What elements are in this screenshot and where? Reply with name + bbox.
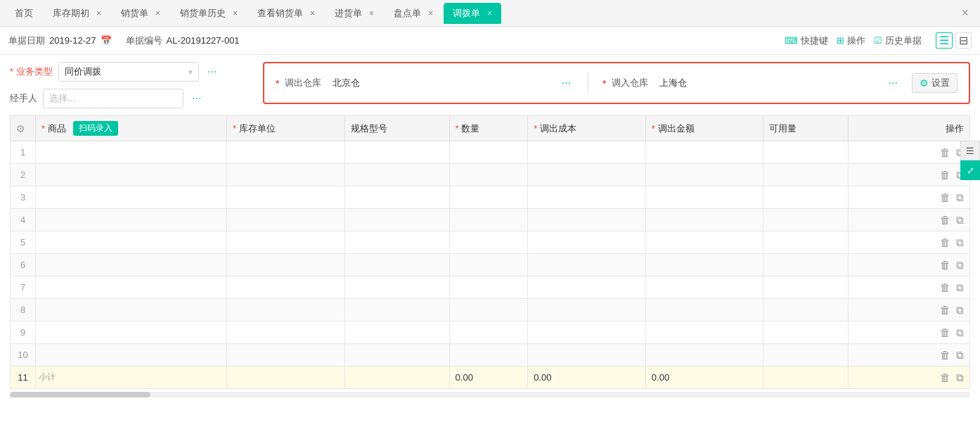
cell-product[interactable] [36,254,227,276]
subtotal-delete-btn[interactable]: 🗑 [940,371,950,383]
cell-cost[interactable] [528,231,646,254]
cell-available[interactable] [763,299,849,321]
cell-product[interactable] [36,299,227,321]
cell-cost[interactable] [528,254,646,276]
cell-unit[interactable] [227,164,345,186]
tab-view-sales[interactable]: 查看销货单 × [248,3,324,24]
tab-purchase-order[interactable]: 进货单 × [325,3,383,24]
row-delete-btn[interactable]: 🗑 [940,214,950,226]
horizontal-scrollbar[interactable] [10,392,970,397]
tab-inventory-count-close[interactable]: × [428,8,433,18]
view-list-icon[interactable]: ☰ [936,32,953,49]
cell-spec[interactable] [344,299,449,321]
row-copy-btn[interactable]: ⧉ [956,191,964,203]
cell-spec[interactable] [344,164,449,186]
row-delete-btn[interactable]: 🗑 [940,326,950,338]
cell-amount[interactable] [645,254,763,276]
window-close-button[interactable]: × [955,6,974,20]
cell-unit[interactable] [227,254,345,276]
table-gear-icon[interactable]: ⚙ [16,123,25,134]
cell-available[interactable] [763,321,849,344]
cell-product[interactable] [36,164,227,186]
business-type-more-btn[interactable]: ··· [205,65,219,78]
scan-entry-button[interactable]: 扫码录入 [73,121,118,136]
row-delete-btn[interactable]: 🗑 [940,236,950,248]
row-delete-btn[interactable]: 🗑 [940,191,950,203]
row-delete-btn[interactable]: 🗑 [940,169,950,181]
handler-select[interactable]: 选择... [43,89,183,108]
cell-amount[interactable] [645,164,763,186]
tab-purchase-order-close[interactable]: × [369,8,374,18]
business-type-select[interactable]: 同价调拨 ▾ [58,62,199,82]
row-copy-btn[interactable]: ⧉ [956,214,964,226]
cell-available[interactable] [763,186,849,209]
transfer-out-more-btn[interactable]: ··· [559,77,574,89]
tab-sales-history[interactable]: 销货单历史 × [171,3,247,24]
cell-available[interactable] [763,231,849,254]
tab-inventory-init[interactable]: 库存期初 × [44,3,110,24]
cell-spec[interactable] [344,186,449,209]
cell-unit[interactable] [227,141,345,164]
cell-amount[interactable] [645,344,763,367]
calendar-icon[interactable]: 📅 [101,35,112,46]
cell-cost[interactable] [528,321,646,344]
cell-unit[interactable] [227,276,345,299]
cell-quantity[interactable] [449,209,528,231]
transfer-out-value[interactable]: 北京仓 [333,77,360,89]
cell-cost[interactable] [528,141,646,164]
cell-spec[interactable] [344,231,449,254]
row-delete-btn[interactable]: 🗑 [940,349,950,361]
cell-product[interactable] [36,231,227,254]
tab-sales-history-close[interactable]: × [233,8,238,18]
cell-amount[interactable] [645,231,763,254]
tab-inventory-count[interactable]: 盘点单 × [385,3,442,24]
cell-amount[interactable] [645,299,763,321]
cell-amount[interactable] [645,141,763,164]
view-grid-icon[interactable]: ⊟ [955,32,972,49]
cell-cost[interactable] [528,164,646,186]
setting-button[interactable]: ⚙ 设置 [912,73,958,93]
cell-spec[interactable] [344,141,449,164]
cell-spec[interactable] [344,321,449,344]
cell-cost[interactable] [528,186,646,209]
tab-view-sales-close[interactable]: × [310,8,315,18]
float-expand-btn[interactable]: ⤢ [960,160,980,180]
cell-unit[interactable] [227,209,345,231]
cell-unit[interactable] [227,299,345,321]
transfer-in-more-btn[interactable]: ··· [886,77,901,89]
cell-available[interactable] [763,254,849,276]
cell-quantity[interactable] [449,231,528,254]
cell-quantity[interactable] [449,254,528,276]
history-action[interactable]: ☑ 历史单据 [874,34,922,47]
tab-sales-order-close[interactable]: × [155,8,160,18]
cell-spec[interactable] [344,276,449,299]
row-copy-btn[interactable]: ⧉ [956,281,964,293]
cell-quantity[interactable] [449,344,528,367]
transfer-in-value[interactable]: 上海仓 [659,77,687,89]
cell-amount[interactable] [645,186,763,209]
cell-available[interactable] [763,209,849,231]
cell-quantity[interactable] [449,321,528,344]
cell-unit[interactable] [227,344,345,367]
tab-home[interactable]: 首页 [6,3,42,24]
cell-quantity[interactable] [449,141,528,164]
row-copy-btn[interactable]: ⧉ [956,349,964,361]
cell-unit[interactable] [227,186,345,209]
operation-action[interactable]: ⊞ 操作 [837,34,865,47]
cell-cost[interactable] [528,209,646,231]
row-copy-btn[interactable]: ⧉ [956,259,964,271]
tab-transfer-order-close[interactable]: × [487,8,492,18]
shortcut-action[interactable]: ⌨ 快捷键 [785,34,828,47]
float-list-btn[interactable]: ☰ [960,141,980,160]
cell-product[interactable] [36,344,227,367]
cell-spec[interactable] [344,209,449,231]
row-copy-btn[interactable]: ⧉ [956,304,964,316]
cell-unit[interactable] [227,231,345,254]
row-delete-btn[interactable]: 🗑 [940,304,950,316]
tab-sales-order[interactable]: 销货单 × [112,3,169,24]
cell-available[interactable] [763,276,849,299]
cell-product[interactable] [36,209,227,231]
row-delete-btn[interactable]: 🗑 [940,146,950,158]
cell-amount[interactable] [645,321,763,344]
cell-amount[interactable] [645,209,763,231]
